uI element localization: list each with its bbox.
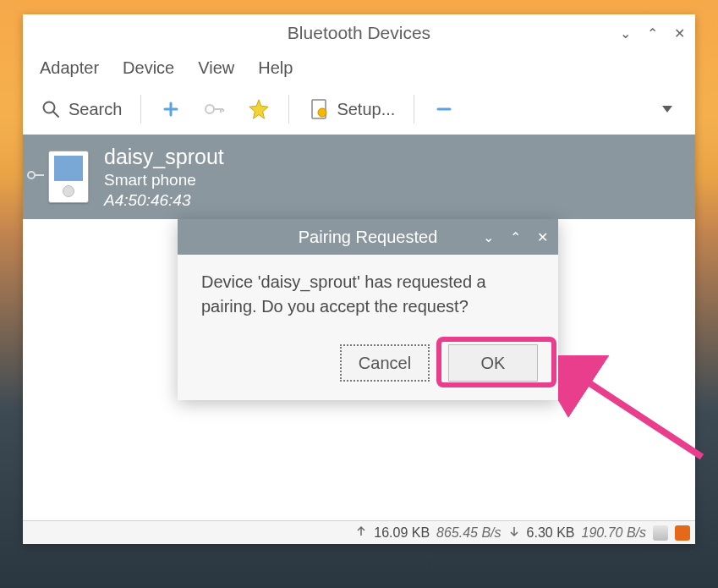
dialog-window-controls: ⌄ ⌃ ✕ bbox=[479, 219, 551, 255]
add-button[interactable] bbox=[151, 91, 190, 127]
dialog-close-button[interactable]: ✕ bbox=[533, 229, 551, 245]
toolbar-separator bbox=[140, 95, 141, 124]
titlebar: Bluetooth Devices ⌄ ⌃ ✕ bbox=[23, 14, 695, 52]
svg-marker-12 bbox=[662, 106, 672, 113]
plus-icon bbox=[160, 98, 182, 120]
upload-rate: 865.45 B/s bbox=[436, 525, 502, 541]
window-controls: ⌄ ⌃ ✕ bbox=[616, 14, 688, 52]
menu-device[interactable]: Device bbox=[111, 53, 186, 83]
pairing-dialog: Pairing Requested ⌄ ⌃ ✕ Device 'daisy_sp… bbox=[178, 219, 558, 400]
svg-line-1 bbox=[53, 112, 58, 117]
key-button[interactable] bbox=[195, 91, 234, 127]
statusbar: 16.09 KB 865.45 B/s 6.30 KB 190.70 B/s bbox=[23, 520, 695, 544]
setup-button[interactable]: Setup... bbox=[299, 91, 403, 127]
ok-button[interactable]: OK bbox=[448, 344, 538, 382]
maximize-button[interactable]: ⌃ bbox=[643, 25, 661, 41]
key-icon bbox=[204, 98, 226, 120]
device-type: Smart phone bbox=[104, 170, 224, 190]
minus-icon bbox=[433, 98, 455, 120]
search-icon bbox=[40, 98, 62, 120]
pair-indicator-icon bbox=[27, 169, 46, 184]
svg-point-13 bbox=[28, 172, 35, 179]
phone-icon bbox=[48, 151, 89, 203]
dialog-title: Pairing Requested bbox=[299, 228, 438, 247]
upload-icon bbox=[355, 525, 367, 541]
tray-icon-2[interactable] bbox=[675, 525, 690, 541]
menu-adapter[interactable]: Adapter bbox=[28, 53, 111, 83]
tray-icon-1[interactable] bbox=[653, 525, 668, 541]
window-title: Bluetooth Devices bbox=[288, 23, 430, 43]
toolbar-separator bbox=[288, 95, 289, 124]
device-list-item[interactable]: daisy_sprout Smart phone A4:50:46:43 bbox=[23, 135, 695, 219]
download-rate: 190.70 B/s bbox=[582, 525, 647, 541]
cancel-button[interactable]: Cancel bbox=[340, 344, 430, 382]
download-total: 6.30 KB bbox=[527, 525, 575, 541]
device-mac: A4:50:46:43 bbox=[104, 190, 224, 211]
svg-point-4 bbox=[206, 105, 214, 113]
search-button[interactable]: Search bbox=[31, 91, 130, 127]
toolbar: Search Setup... bbox=[23, 84, 695, 135]
download-icon bbox=[508, 525, 520, 541]
toolbar-menu-button[interactable] bbox=[648, 91, 687, 127]
trust-button[interactable] bbox=[239, 91, 278, 127]
minimize-button[interactable]: ⌄ bbox=[616, 25, 634, 41]
remove-button[interactable] bbox=[425, 91, 463, 127]
search-label: Search bbox=[69, 100, 122, 119]
dialog-titlebar: Pairing Requested ⌄ ⌃ ✕ bbox=[178, 219, 558, 255]
toolbar-separator bbox=[414, 95, 414, 124]
svg-marker-8 bbox=[249, 100, 268, 118]
setup-label: Setup... bbox=[337, 100, 395, 119]
chevron-down-icon bbox=[656, 98, 678, 120]
svg-point-10 bbox=[318, 108, 326, 117]
close-button[interactable]: ✕ bbox=[670, 25, 688, 41]
dialog-button-row: Cancel OK bbox=[178, 344, 558, 400]
device-name: daisy_sprout bbox=[104, 144, 224, 170]
upload-total: 16.09 KB bbox=[374, 525, 430, 541]
dialog-minimize-button[interactable]: ⌄ bbox=[479, 229, 497, 245]
star-icon bbox=[248, 98, 270, 120]
menubar: Adapter Device View Help bbox=[23, 52, 695, 84]
device-info: daisy_sprout Smart phone A4:50:46:43 bbox=[104, 144, 224, 211]
dialog-maximize-button[interactable]: ⌃ bbox=[506, 229, 524, 245]
menu-help[interactable]: Help bbox=[246, 53, 304, 83]
dialog-message: Device 'daisy_sprout' has requested a pa… bbox=[178, 255, 558, 344]
menu-view[interactable]: View bbox=[186, 53, 246, 83]
setup-icon bbox=[308, 98, 330, 120]
